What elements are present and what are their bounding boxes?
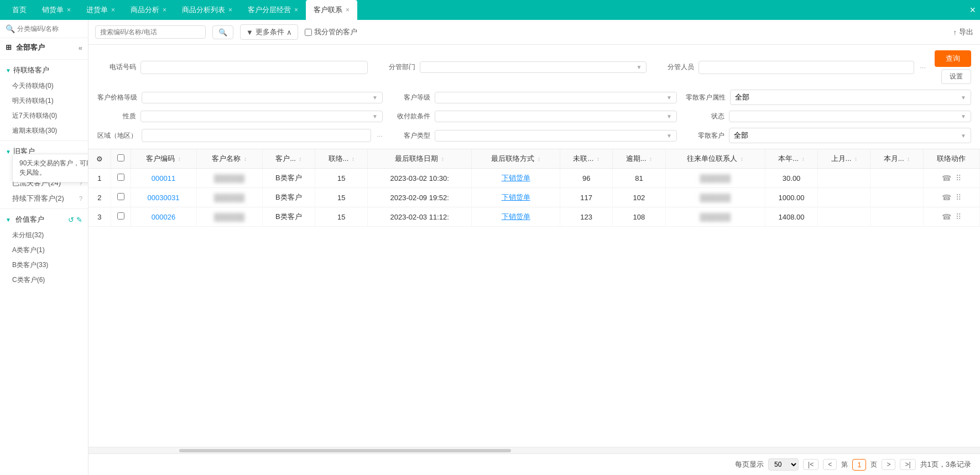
region-input[interactable] xyxy=(142,129,371,142)
sidebar-item-class-a[interactable]: A类客户(1) xyxy=(0,243,88,258)
region-more-icon[interactable]: ··· xyxy=(377,132,383,140)
last-page-button[interactable]: >| xyxy=(900,459,915,470)
zero-attr-select[interactable]: 全部 ▼ xyxy=(730,90,971,105)
sidebar-group-value-edit-icon[interactable]: ✎ xyxy=(76,216,82,224)
tab-close-product-analysis[interactable]: × xyxy=(163,6,166,14)
tab-product-analysis[interactable]: 商品分析 × xyxy=(123,0,174,20)
zero-customer-arrow: ▼ xyxy=(961,133,966,139)
sort-icon-unit-contact[interactable]: ↕ xyxy=(741,156,743,162)
col-settings[interactable]: ⚙ xyxy=(88,149,111,169)
sidebar-search-input[interactable] xyxy=(17,25,82,33)
action-contact-icon[interactable]: ☎ xyxy=(942,174,951,182)
tab-sales-order[interactable]: 销货单 × xyxy=(34,0,79,20)
sidebar-item-class-c[interactable]: C类客户(6) xyxy=(0,273,88,288)
tab-customer-contact[interactable]: 客户联系 × xyxy=(306,0,357,20)
filter-search-input[interactable] xyxy=(95,25,206,39)
prev-page-button[interactable]: < xyxy=(823,459,837,470)
sort-icon-type[interactable]: ↕ xyxy=(299,156,302,162)
row-last-contact-way[interactable]: 下销货单 xyxy=(472,207,560,227)
sort-icon-current-month[interactable]: ↕ xyxy=(907,156,910,162)
customer-tier-select[interactable]: ▼ xyxy=(435,92,677,103)
sort-icon-current-year[interactable]: ↕ xyxy=(802,156,805,162)
row-checkbox[interactable] xyxy=(111,188,131,207)
sidebar-item-7days-pending[interactable]: 近7天待联络(0) xyxy=(0,108,88,123)
filter-field-gender: 性质 ▼ xyxy=(97,111,383,122)
sidebar-item-tomorrow-pending[interactable]: 明天待联络(1) xyxy=(0,93,88,108)
tab-home[interactable]: 首页 xyxy=(4,0,34,20)
row-select-checkbox[interactable] xyxy=(117,174,124,181)
row-select-checkbox[interactable] xyxy=(117,193,124,200)
payment-select[interactable]: ▼ xyxy=(435,111,677,122)
row-last-contact-way[interactable]: 下销货单 xyxy=(472,169,560,188)
sidebar-item-today-pending[interactable]: 今天待联络(0) xyxy=(0,79,88,93)
manager-more-icon[interactable]: ··· xyxy=(920,63,926,71)
sort-icon-name[interactable]: ↕ xyxy=(244,156,247,162)
gender-select[interactable]: ▼ xyxy=(140,111,383,122)
close-window-button[interactable]: × xyxy=(969,4,976,16)
sort-icon-contact[interactable]: ↕ xyxy=(352,156,355,162)
per-page-select[interactable]: 50 100 200 xyxy=(768,458,799,471)
sidebar-group-value[interactable]: ▼ 价值客户 ↺ ✎ xyxy=(0,211,88,228)
sort-icon-code[interactable]: ↕ xyxy=(178,156,181,162)
filter-row-4: 区域（地区） ··· 客户类型 ▼ 零散客户 全部 ▼ xyxy=(97,128,971,143)
sort-icon-last-date[interactable]: ↕ xyxy=(441,156,444,162)
sidebar-root[interactable]: ⊞ 全部客户 « xyxy=(0,38,88,57)
tab-product-analysis-list[interactable]: 商品分析列表 × xyxy=(174,0,240,20)
dept-select[interactable]: ▼ xyxy=(420,61,647,73)
customer-type-label: 客户类型 xyxy=(392,131,430,140)
status-select[interactable]: ▼ xyxy=(729,111,971,122)
query-button[interactable]: 查询 xyxy=(935,50,971,67)
row-checkbox[interactable] xyxy=(111,169,131,188)
sidebar-group-value-refresh-icon[interactable]: ↺ xyxy=(68,216,74,224)
advanced-filter-panel: 电话号码 分管部门 ▼ 分管人员 ··· 查询 设置 xyxy=(88,45,980,149)
col-overdue: 逾期... ↕ xyxy=(613,149,665,169)
sidebar-collapse-icon[interactable]: « xyxy=(79,44,82,52)
action-more-icon[interactable]: ⠿ xyxy=(956,174,961,182)
row-current-year: 1000.00 xyxy=(765,188,817,207)
sidebar-item-overdue-pending[interactable]: 逾期未联络(30) xyxy=(0,123,88,138)
tab-close-customer-segmentation[interactable]: × xyxy=(294,6,298,14)
zero-customer-select[interactable]: 全部 ▼ xyxy=(729,128,971,143)
tab-customer-segmentation[interactable]: 客户分层经营 × xyxy=(240,0,306,20)
tab-close-customer-contact[interactable]: × xyxy=(346,6,350,14)
search-button[interactable]: 🔍 xyxy=(212,25,233,39)
row-last-contact-way[interactable]: 下销货单 xyxy=(472,188,560,207)
tab-close-sales-order[interactable]: × xyxy=(67,6,71,14)
my-customers-checkbox-label[interactable]: 我分管的客户 xyxy=(305,27,357,37)
more-conditions-button[interactable]: ▼ 更多条件 ∧ xyxy=(240,24,298,40)
tab-close-product-analysis-list[interactable]: × xyxy=(228,6,232,14)
filter-actions: 查询 设置 xyxy=(935,50,971,84)
col-checkbox-all[interactable] xyxy=(111,149,131,169)
customer-type-select[interactable]: ▼ xyxy=(435,130,677,142)
phone-input[interactable] xyxy=(140,61,368,74)
tab-close-purchase-order[interactable]: × xyxy=(111,6,115,14)
sort-icon-last-month[interactable]: ↕ xyxy=(854,156,857,162)
sort-icon-last-way[interactable]: ↕ xyxy=(538,156,540,162)
sidebar-item-declining[interactable]: 持续下滑客户(2) ? xyxy=(0,191,88,206)
export-button[interactable]: ↑ 导出 xyxy=(953,27,974,37)
sort-icon-not-contacted[interactable]: ↕ xyxy=(597,156,600,162)
price-tier-select[interactable]: ▼ xyxy=(142,92,383,103)
next-page-button[interactable]: > xyxy=(882,459,895,470)
action-more-icon[interactable]: ⠿ xyxy=(956,212,961,221)
sidebar-item-ungrouped[interactable]: 未分组(32) xyxy=(0,228,88,243)
sidebar-group-pending[interactable]: ▼ 待联络客户 xyxy=(0,62,88,79)
settings-button[interactable]: 设置 xyxy=(941,69,971,84)
action-contact-icon[interactable]: ☎ xyxy=(942,212,951,221)
row-checkbox[interactable] xyxy=(111,207,131,227)
sidebar-item-class-b[interactable]: B类客户(33) xyxy=(0,258,88,273)
first-page-button[interactable]: |< xyxy=(803,459,819,470)
row-select-checkbox[interactable] xyxy=(117,212,124,220)
filter-field-zero-customer: 零散客户 全部 ▼ xyxy=(686,128,971,143)
tab-purchase-order[interactable]: 进货单 × xyxy=(79,0,123,20)
action-more-icon[interactable]: ⠿ xyxy=(956,193,961,202)
horizontal-scrollbar[interactable] xyxy=(179,449,511,452)
my-customers-checkbox[interactable] xyxy=(305,29,312,36)
col-current-year: 本年... ↕ xyxy=(765,149,817,169)
select-all-checkbox[interactable] xyxy=(117,154,124,161)
manager-input[interactable] xyxy=(698,61,914,74)
sidebar-search-icon: 🔍 xyxy=(6,24,15,33)
dept-select-arrow: ▼ xyxy=(636,64,642,70)
sort-icon-overdue[interactable]: ↕ xyxy=(649,156,652,162)
action-contact-icon[interactable]: ☎ xyxy=(942,193,951,202)
